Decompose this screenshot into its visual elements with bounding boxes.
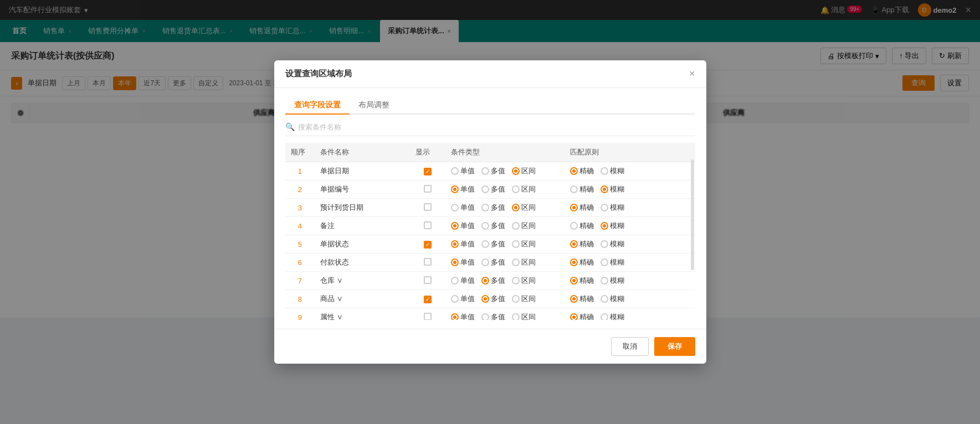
radio-circle xyxy=(481,185,489,193)
show-checkbox[interactable] xyxy=(424,203,432,211)
settings-dialog: 设置查询区域布局 × 查询字段设置 布局调整 🔍 xyxy=(274,60,706,318)
match-radio-精确[interactable]: 精确 xyxy=(570,312,594,318)
match-radio-精确[interactable]: 精确 xyxy=(570,239,594,249)
type-radio-区间[interactable]: 区间 xyxy=(512,239,536,249)
radio-circle xyxy=(601,277,608,285)
tab-query-fields[interactable]: 查询字段设置 xyxy=(285,97,350,115)
match-radio-模糊[interactable]: 模糊 xyxy=(601,166,624,176)
row-show[interactable] xyxy=(410,217,445,235)
row-order: 7 xyxy=(285,272,315,290)
show-checkbox[interactable]: ✓ xyxy=(424,168,432,175)
type-radio-区间[interactable]: 区间 xyxy=(512,294,536,304)
row-show[interactable]: ✓ xyxy=(410,235,445,254)
type-radio-单值[interactable]: 单值 xyxy=(451,239,475,249)
match-radio-模糊[interactable]: 模糊 xyxy=(601,257,624,267)
row-type: 单值多值区间 xyxy=(445,162,564,180)
type-radio-多值[interactable]: 多值 xyxy=(481,312,505,318)
type-radio-多值[interactable]: 多值 xyxy=(481,221,505,231)
radio-circle xyxy=(570,240,578,248)
radio-circle xyxy=(570,185,578,193)
type-radio-多值[interactable]: 多值 xyxy=(481,257,505,267)
dialog-tabs: 查询字段设置 布局调整 xyxy=(285,97,695,115)
row-show[interactable] xyxy=(410,308,445,318)
dialog-close-button[interactable]: × xyxy=(689,68,695,80)
table-row: 6付款状态单值多值区间精确模糊 xyxy=(285,254,695,272)
show-checkbox[interactable] xyxy=(424,185,432,193)
show-checkbox[interactable] xyxy=(424,221,432,229)
row-show[interactable]: ✓ xyxy=(410,162,445,180)
type-radio-多值[interactable]: 多值 xyxy=(481,294,505,304)
match-radio-模糊[interactable]: 模糊 xyxy=(601,184,624,194)
type-radio-单值[interactable]: 单值 xyxy=(451,294,475,304)
type-radio-区间[interactable]: 区间 xyxy=(512,166,536,176)
type-radio-单值[interactable]: 单值 xyxy=(451,166,475,176)
dialog-header: 设置查询区域布局 × xyxy=(274,60,706,88)
table-row: 5单据状态✓单值多值区间精确模糊 xyxy=(285,235,695,254)
th-name: 条件名称 xyxy=(315,143,410,162)
row-type: 单值多值区间 xyxy=(445,180,564,199)
radio-circle xyxy=(601,295,608,303)
match-radio-精确[interactable]: 精确 xyxy=(570,276,594,286)
type-radio-多值[interactable]: 多值 xyxy=(481,166,505,176)
row-order: 8 xyxy=(285,290,315,308)
type-radio-区间[interactable]: 区间 xyxy=(512,257,536,267)
show-checkbox[interactable] xyxy=(424,258,432,266)
row-match: 精确模糊 xyxy=(565,308,695,318)
show-checkbox[interactable] xyxy=(424,313,432,318)
match-radio-模糊[interactable]: 模糊 xyxy=(601,203,624,213)
match-radio-模糊[interactable]: 模糊 xyxy=(601,239,624,249)
row-show[interactable] xyxy=(410,199,445,217)
th-type: 条件类型 xyxy=(445,143,564,162)
match-radio-模糊[interactable]: 模糊 xyxy=(601,276,624,286)
type-radio-单值[interactable]: 单值 xyxy=(451,312,475,318)
match-radio-精确[interactable]: 精确 xyxy=(570,221,594,231)
match-radio-模糊[interactable]: 模糊 xyxy=(601,221,624,231)
match-radio-模糊[interactable]: 模糊 xyxy=(601,294,624,304)
type-radio-区间[interactable]: 区间 xyxy=(512,312,536,318)
radio-circle xyxy=(570,258,578,266)
row-show[interactable] xyxy=(410,254,445,272)
show-checkbox[interactable]: ✓ xyxy=(424,296,432,303)
th-order: 顺序 xyxy=(285,143,315,162)
radio-circle xyxy=(512,313,520,318)
row-show[interactable]: ✓ xyxy=(410,290,445,308)
type-radio-单值[interactable]: 单值 xyxy=(451,276,475,286)
radio-circle xyxy=(601,185,608,193)
row-show[interactable] xyxy=(410,180,445,199)
radio-circle xyxy=(451,204,459,211)
type-radio-单值[interactable]: 单值 xyxy=(451,257,475,267)
type-radio-单值[interactable]: 单值 xyxy=(451,184,475,194)
match-radio-精确[interactable]: 精确 xyxy=(570,294,594,304)
radio-circle xyxy=(512,204,520,211)
radio-circle xyxy=(570,277,578,285)
match-radio-模糊[interactable]: 模糊 xyxy=(601,312,624,318)
type-radio-单值[interactable]: 单值 xyxy=(451,221,475,231)
type-radio-多值[interactable]: 多值 xyxy=(481,276,505,286)
radio-circle xyxy=(601,258,608,266)
type-radio-区间[interactable]: 区间 xyxy=(512,276,536,286)
type-radio-区间[interactable]: 区间 xyxy=(512,203,536,213)
radio-circle xyxy=(570,295,578,303)
type-radio-多值[interactable]: 多值 xyxy=(481,239,505,249)
row-show[interactable] xyxy=(410,272,445,290)
type-radio-多值[interactable]: 多值 xyxy=(481,203,505,213)
radio-circle xyxy=(512,240,520,248)
radio-circle xyxy=(451,185,459,193)
match-radio-精确[interactable]: 精确 xyxy=(570,166,594,176)
table-row: 7仓库 ∨单值多值区间精确模糊 xyxy=(285,272,695,290)
type-radio-区间[interactable]: 区间 xyxy=(512,184,536,194)
match-radio-精确[interactable]: 精确 xyxy=(570,184,594,194)
type-radio-单值[interactable]: 单值 xyxy=(451,203,475,213)
show-checkbox[interactable]: ✓ xyxy=(424,241,432,249)
scrollbar[interactable] xyxy=(691,159,694,270)
radio-circle xyxy=(512,222,520,230)
row-match: 精确模糊 xyxy=(565,290,695,308)
match-radio-精确[interactable]: 精确 xyxy=(570,203,594,213)
type-radio-多值[interactable]: 多值 xyxy=(481,184,505,194)
match-radio-精确[interactable]: 精确 xyxy=(570,257,594,267)
tab-layout-adjust[interactable]: 布局调整 xyxy=(350,97,398,115)
type-radio-区间[interactable]: 区间 xyxy=(512,221,536,231)
show-checkbox[interactable] xyxy=(424,276,432,284)
search-input[interactable] xyxy=(298,123,695,131)
radio-circle xyxy=(512,277,520,285)
